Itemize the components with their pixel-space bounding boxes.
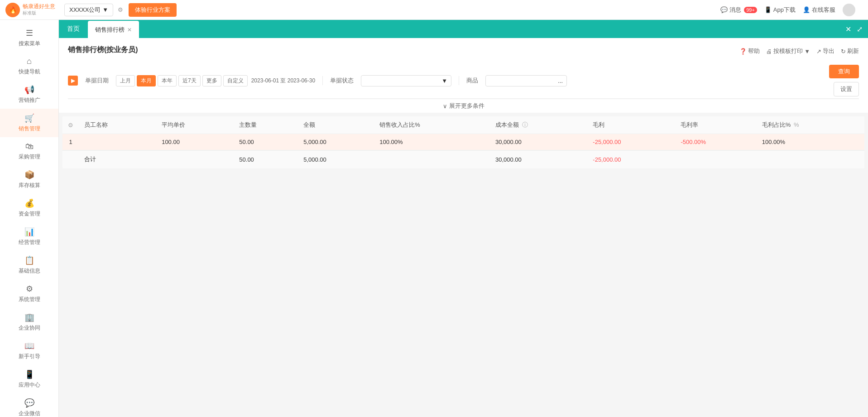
settings-icon[interactable]: ⚙ xyxy=(116,5,125,15)
window-expand-icon[interactable]: ⤢ xyxy=(857,25,863,34)
sidebar-item-operations[interactable]: 📊 经营管理 xyxy=(0,222,58,251)
sidebar-item-inventory[interactable]: 📦 库存核算 xyxy=(0,165,58,194)
date-range: 2023-06-01 至 2023-06-30 xyxy=(251,77,315,85)
sidebar-label: 资金管理 xyxy=(19,210,40,218)
status-chevron-icon: ▼ xyxy=(441,77,447,84)
sidebar-label: 系统管理 xyxy=(19,296,40,303)
window-close-icon[interactable]: ✕ xyxy=(845,25,851,34)
query-button[interactable]: 查询 xyxy=(829,65,859,78)
col-settings-icon[interactable]: ⚙ xyxy=(68,122,73,129)
td-amount: 5,000.00 xyxy=(298,134,374,151)
inventory-icon: 📦 xyxy=(24,170,34,180)
footer-quantity: 50.00 xyxy=(234,150,298,168)
sidebar-label: 应用中心 xyxy=(19,381,40,389)
gross-pct-info-icon[interactable]: % xyxy=(794,121,799,128)
tab-sales-ranking[interactable]: 销售排行榜 ✕ xyxy=(88,21,139,39)
tab-close-icon[interactable]: ✕ xyxy=(127,27,132,33)
sidebar-item-search-order[interactable]: ☰ 搜索菜单 xyxy=(0,24,58,52)
sidebar-label: 销售管理 xyxy=(19,125,40,133)
td-name xyxy=(79,134,156,151)
expand-label: 展开更多条件 xyxy=(449,102,484,110)
date-btn-custom[interactable]: 自定义 xyxy=(223,75,248,86)
message-button[interactable]: 💬 消息 99+ xyxy=(720,6,757,14)
settings-button[interactable]: 设置 xyxy=(834,82,859,96)
expand-more-btn[interactable]: ∨ 展开更多条件 xyxy=(68,99,859,113)
sidebar-item-sales[interactable]: 🛒 销售管理 xyxy=(0,109,58,137)
app-download-label: App下载 xyxy=(773,6,796,14)
wechat-icon: 💬 xyxy=(24,398,34,408)
goods-label: 商品 xyxy=(466,77,478,85)
footer-empty-1 xyxy=(62,150,79,168)
date-btn-this-year[interactable]: 本年 xyxy=(158,75,177,86)
td-quantity: 50.00 xyxy=(234,134,298,151)
footer-empty-5 xyxy=(757,150,864,168)
date-btn-7days[interactable]: 近7天 xyxy=(178,75,201,86)
sidebar-item-basic-info[interactable]: 📋 基础信息 xyxy=(0,251,58,279)
print-template-button[interactable]: 🖨 按模板打印 ▼ xyxy=(766,47,810,55)
sidebar-item-app-center[interactable]: 📱 应用中心 xyxy=(0,365,58,393)
date-btn-this-month[interactable]: 本月 xyxy=(137,75,156,86)
th-gross: 毛利 xyxy=(587,116,675,134)
service-icon: 👤 xyxy=(803,6,810,13)
sidebar-label: 企业协同 xyxy=(19,324,40,332)
sidebar-item-system[interactable]: ⚙ 系统管理 xyxy=(0,279,58,308)
app-download-button[interactable]: 📱 App下载 xyxy=(764,6,796,14)
trial-button[interactable]: 体验行业方案 xyxy=(129,3,177,17)
footer-empty-2 xyxy=(156,150,234,168)
table-area: ⚙ 员工名称 平均单价 主数量 全额 销售收入占比% 成本全额 xyxy=(62,116,864,168)
help-link[interactable]: ❓ 帮助 xyxy=(739,47,760,55)
print-icon: 🖨 xyxy=(766,48,772,55)
date-shortcuts: 上月 本月 本年 近7天 更多 自定义 2023-06-01 至 2023-06… xyxy=(116,75,315,86)
page-content: 销售排行榜(按业务员) ❓ 帮助 🖨 按模板打印 ▼ xyxy=(59,38,868,417)
sidebar: ☰ 搜索菜单 ⌂ 快捷导航 📢 营销推广 🛒 销售管理 🛍 采购管理 xyxy=(0,20,59,417)
th-sales-pct: 销售收入占比% xyxy=(374,116,490,134)
date-btn-last-month[interactable]: 上月 xyxy=(116,75,135,86)
sidebar-label: 新手引导 xyxy=(19,353,40,360)
sidebar-label: 搜索菜单 xyxy=(19,40,40,48)
goods-more-icon: ... xyxy=(558,77,563,84)
tab-home[interactable]: 首页 xyxy=(59,20,88,38)
th-quantity: 主数量 xyxy=(234,116,298,134)
goods-select[interactable]: ... xyxy=(485,75,567,86)
footer-gross: -25,000.00 xyxy=(587,150,675,168)
th-gross-rate: 毛利率 xyxy=(675,116,756,134)
sidebar-item-purchase[interactable]: 🛍 采购管理 xyxy=(0,137,58,165)
filter-expand-arrow[interactable]: ▶ xyxy=(68,76,78,86)
sidebar-item-marketing[interactable]: 📢 营销推广 xyxy=(0,80,58,109)
table-scroll[interactable]: ⚙ 员工名称 平均单价 主数量 全额 销售收入占比% 成本全额 xyxy=(62,116,864,168)
table-header-row: ⚙ 员工名称 平均单价 主数量 全额 销售收入占比% 成本全额 xyxy=(62,116,864,134)
sidebar-item-enterprise[interactable]: 🏢 企业协同 xyxy=(0,308,58,336)
online-service-button[interactable]: 👤 在线客服 xyxy=(803,6,835,14)
sidebar-item-wechat[interactable]: 💬 企业微信 xyxy=(0,393,58,417)
footer-label: 合计 xyxy=(79,150,156,168)
status-select[interactable]: ▼ xyxy=(361,75,451,86)
sidebar-label: 库存核算 xyxy=(19,182,40,189)
footer-amount: 5,000.00 xyxy=(298,150,374,168)
avatar[interactable] xyxy=(843,4,855,16)
tab-bar: 首页 销售排行榜 ✕ ✕ ⤢ xyxy=(59,20,868,38)
app-center-icon: 📱 xyxy=(24,369,34,379)
download-icon: 📱 xyxy=(764,6,772,13)
content-area: 首页 销售排行榜 ✕ ✕ ⤢ 销售排行榜(按业务员) xyxy=(59,20,868,417)
tab-actions: ✕ ⤢ xyxy=(845,25,868,34)
marketing-icon: 📢 xyxy=(24,85,34,95)
export-button[interactable]: ↗ 导出 xyxy=(816,47,834,55)
chevron-down-icon: ▼ xyxy=(102,6,108,13)
th-name: 员工名称 xyxy=(79,116,156,134)
tab-label: 销售排行榜 xyxy=(95,26,125,34)
purchase-icon: 🛍 xyxy=(25,142,34,151)
status-label: 单据状态 xyxy=(330,77,354,85)
guide-icon: 📖 xyxy=(24,341,34,351)
sidebar-item-guide[interactable]: 📖 新手引导 xyxy=(0,336,58,365)
sidebar-item-finance[interactable]: 💰 资金管理 xyxy=(0,194,58,222)
table-row: 1 100.00 50.00 5,000.00 100.00% 30,000.0… xyxy=(62,134,864,151)
basic-info-icon: 📋 xyxy=(24,255,34,265)
help-icon: ❓ xyxy=(739,48,747,55)
sidebar-item-quick-nav[interactable]: ⌂ 快捷导航 xyxy=(0,52,58,80)
cost-info-icon[interactable]: ⓘ xyxy=(522,121,528,128)
page-title: 销售排行榜(按业务员) xyxy=(68,45,138,55)
refresh-button[interactable]: ↻ 刷新 xyxy=(841,47,859,55)
data-table: ⚙ 员工名称 平均单价 主数量 全额 销售收入占比% 成本全额 xyxy=(62,116,864,168)
company-selector[interactable]: XXXXX公司 ▼ xyxy=(64,4,113,16)
date-btn-more[interactable]: 更多 xyxy=(202,75,221,86)
